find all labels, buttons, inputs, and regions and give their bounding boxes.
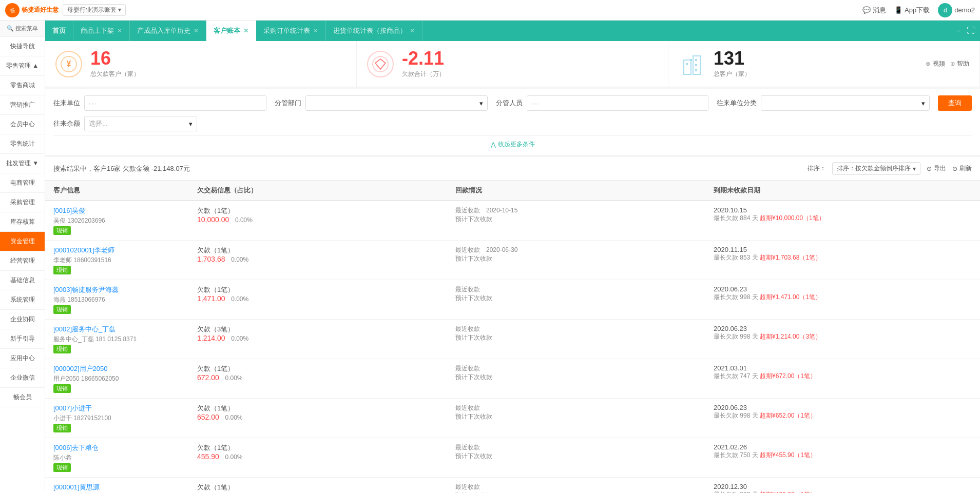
overdue-amount-label: 欠款合计（万）	[402, 70, 445, 78]
recover-cell: 最近收款 预计下次收款	[455, 483, 714, 493]
sidebar-item-ecommerce-mgmt[interactable]: 电商管理	[0, 173, 45, 193]
filter-balance: 往来余额 选择... ▾	[53, 116, 197, 131]
sidebar-item-enterprise-collab[interactable]: 企业协同	[0, 310, 45, 329]
overdue-amount-text[interactable]: 超期¥652.00（1笔）	[760, 412, 816, 419]
customer-id-name[interactable]: [0003]畅捷服务尹海蕊	[53, 285, 192, 294]
tab-products-shelf[interactable]: 商品上下架 ✕	[73, 21, 130, 41]
data-table: 客户信息 欠交易信息（占比） 回款情况 到期未收款日期 [0016]吴俊 吴俊 …	[45, 181, 980, 493]
from-unit-input[interactable]: ···	[84, 95, 266, 111]
customer-id-name[interactable]: [0006]去下粮仓	[53, 443, 192, 452]
debt-amount[interactable]: 1,214.00	[197, 334, 225, 342]
customer-id-name[interactable]: [000001]黄思源	[53, 483, 192, 492]
due-date: 2021.03.01	[714, 364, 972, 372]
sidebar-item-retail-mall[interactable]: 零售商城	[0, 76, 45, 95]
sidebar-item-basic-info[interactable]: 基础信息	[0, 271, 45, 290]
customer-tag: 现销	[53, 305, 71, 314]
stats-bar: ¥ 16 总欠款客户（家）	[45, 41, 980, 87]
filter-from-unit: 往来单位 ···	[53, 95, 266, 111]
balance-select[interactable]: 选择... ▾	[84, 116, 197, 131]
tab-home[interactable]: 首页	[45, 21, 73, 41]
recover-cell: 最近收款 预计下次收款	[455, 325, 714, 342]
industry-selector[interactable]: 母婴行业演示账套 ▾	[63, 4, 126, 16]
debt-amount[interactable]: 1,471.00	[197, 294, 225, 303]
sidebar-item-vip-member[interactable]: 畅会员	[0, 388, 45, 407]
sidebar-item-quick-nav[interactable]: 快捷导航	[0, 37, 45, 56]
manager-input[interactable]: ···	[527, 95, 709, 111]
sidebar-item-app-center[interactable]: 应用中心	[0, 349, 45, 368]
tab-inbound-stat[interactable]: 进货单统计表（按商品） ✕	[326, 21, 422, 41]
debt-info-cell: 欠款（1笔） 455.90 0.00%	[197, 443, 455, 461]
debt-amount[interactable]: 652.00	[197, 413, 219, 421]
customer-id-name[interactable]: [000002]用户2050	[53, 364, 192, 373]
sidebar-item-marketing[interactable]: 营销推广	[0, 95, 45, 115]
sort-select[interactable]: 排序：按欠款金额倒序排序 ▾	[832, 162, 920, 175]
search-button[interactable]: 查询	[938, 95, 972, 111]
debt-amount[interactable]: 1,703.68	[197, 255, 225, 263]
tab-product-stock-history[interactable]: 产成品入库单历史 ✕	[130, 21, 206, 41]
refresh-btn[interactable]: ⊙ 刷新	[952, 164, 972, 173]
customer-id-name[interactable]: [0002]服务中心_丁磊	[53, 325, 192, 334]
tab-bar-actions: － ⛶	[949, 26, 980, 36]
tab-customer-account[interactable]: 客户账本 ✕	[206, 21, 256, 41]
video-btn[interactable]: ⊙ 视频	[926, 60, 945, 68]
sidebar-item-new-guide[interactable]: 新手引导	[0, 329, 45, 349]
export-btn[interactable]: ⊙ 导出	[927, 164, 946, 173]
tab-close-customer-account[interactable]: ✕	[243, 27, 248, 34]
brand-name: 畅捷通好生意	[22, 6, 59, 14]
debt-amount[interactable]: 672.00	[197, 373, 219, 382]
due-date-cell: 2020.06.23 最长欠款 998 天 超期¥1,214.00（3笔）	[714, 325, 972, 341]
help-btn[interactable]: ⊙ 帮助	[950, 60, 969, 68]
tab-close-products-shelf[interactable]: ✕	[117, 27, 122, 34]
sidebar-item-ops-mgmt[interactable]: 经营管理	[0, 251, 45, 271]
debt-percent: 0.00%	[235, 216, 253, 224]
sidebar-item-purchase-mgmt[interactable]: 采购管理	[0, 193, 45, 212]
customer-id-name[interactable]: [0016]吴俊	[53, 206, 192, 215]
results-actions: 排序： 排序：按欠款金额倒序排序 ▾ ⊙ 导出 ⊙ 刷新	[808, 162, 972, 175]
overdue-days: 最长欠款 853 天 超期¥1,703.68（1笔）	[714, 253, 972, 262]
app-icon: 📱	[894, 6, 902, 14]
tab-close-purchase-order-stat[interactable]: ✕	[313, 27, 318, 34]
sidebar-item-enterprise-wechat[interactable]: 企业微信	[0, 368, 45, 388]
sidebar-item-system-mgmt[interactable]: 系统管理	[0, 290, 45, 310]
tab-close-inbound-stat[interactable]: ✕	[410, 27, 415, 34]
overdue-amount-text[interactable]: 超期¥672.00（1笔）	[760, 372, 816, 380]
sidebar-item-inventory-check[interactable]: 库存核算	[0, 212, 45, 232]
debt-count: 欠款（1笔）	[197, 285, 450, 294]
overdue-amount-text[interactable]: 超期¥10,000.00（1笔）	[760, 214, 825, 222]
sidebar-item-batch-mgmt[interactable]: 批发管理 ▼	[0, 154, 45, 173]
debt-amount[interactable]: 455.90	[197, 452, 219, 461]
overdue-amount-text[interactable]: 超期¥1,703.68（1笔）	[760, 254, 821, 261]
debt-count: 欠款（3笔）	[197, 325, 450, 334]
overdue-amount-text[interactable]: 超期¥1,471.00（1笔）	[760, 293, 821, 301]
app-download-btn[interactable]: 📱 App下载	[894, 6, 930, 15]
sidebar-item-retail-mgmt[interactable]: 零售管理 ▲	[0, 56, 45, 76]
tab-minimize-btn[interactable]: －	[954, 26, 963, 36]
customer-tag: 现销	[53, 266, 71, 274]
sidebar-item-member-center[interactable]: 会员中心	[0, 115, 45, 134]
overdue-amount-text[interactable]: 超期¥455.90（1笔）	[760, 451, 816, 459]
sidebar-item-capital-mgmt[interactable]: 资金管理	[0, 232, 45, 251]
overdue-amount-text[interactable]: 超期¥429.00（1笔）	[760, 491, 816, 493]
tab-purchase-order-stat[interactable]: 采购订单统计表 ✕	[256, 21, 326, 41]
tab-maximize-btn[interactable]: ⛶	[967, 26, 975, 35]
customer-id-name[interactable]: [0001020001]李老师	[53, 246, 192, 255]
customer-info-cell: [0007]小进干 小进干 18279152100 现销	[53, 404, 197, 432]
message-btn[interactable]: 💬 消息	[862, 6, 886, 15]
unit-category-select[interactable]: ▾	[761, 95, 930, 111]
tab-close-product-stock-history[interactable]: ✕	[194, 27, 199, 34]
collapse-btn[interactable]: ⋀ 收起更多条件	[53, 140, 972, 149]
avatar: d	[938, 3, 952, 17]
logo-icon: 畅	[5, 3, 20, 17]
sidebar-item-retail-stats[interactable]: 零售统计	[0, 134, 45, 154]
debt-percent: 0.00%	[231, 335, 248, 342]
overdue-days: 最长欠款 750 天 超期¥455.90（1笔）	[714, 451, 972, 460]
latest-collect: 最近收款	[455, 325, 714, 333]
customer-id-name[interactable]: [0007]小进干	[53, 404, 192, 413]
sidebar-search[interactable]: 🔍 搜索菜单	[0, 21, 45, 37]
debt-info-cell: 欠款（1笔） 1,703.68 0.00%	[197, 246, 455, 263]
stat-icon-yuan: ¥	[55, 51, 82, 77]
debt-amount[interactable]: 10,000.00	[197, 215, 229, 224]
dept-select[interactable]: ▾	[305, 95, 488, 111]
overdue-amount-text[interactable]: 超期¥1,214.00（3笔）	[760, 333, 821, 340]
user-avatar[interactable]: d demo2	[938, 3, 975, 17]
